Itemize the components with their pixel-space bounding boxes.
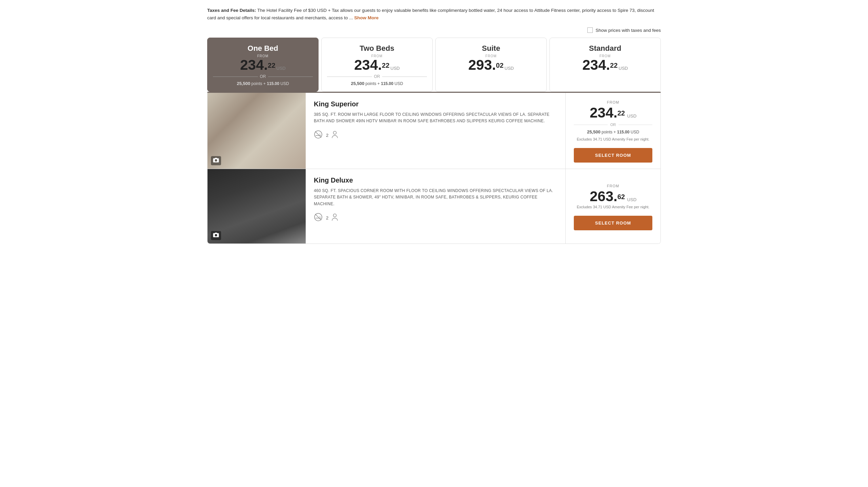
taxes-label: Taxes and Fee Details: <box>207 8 256 13</box>
camera-icon-badge[interactable] <box>211 231 221 240</box>
room-description: 385 SQ. FT. ROOM WITH LARGE FLOOR TO CEI… <box>314 111 557 124</box>
room-amenities: 2 <box>314 213 557 223</box>
room-type-tabs: One Bed FROM 234.22USD OR 25,500 points … <box>207 38 661 92</box>
svg-line-2 <box>320 134 320 134</box>
room-info: King Superior 385 SQ. FT. ROOM WITH LARG… <box>306 93 566 169</box>
svg-point-9 <box>333 214 337 217</box>
tab-title: Suite <box>441 44 541 53</box>
person-icon <box>332 131 338 140</box>
svg-line-8 <box>315 214 321 220</box>
no-smoking-icon <box>314 130 323 141</box>
tab-price: 234.22USD <box>327 58 427 72</box>
pricing-from-label: FROM <box>607 100 619 104</box>
room-price: 263.62 USD <box>590 189 636 204</box>
show-prices-label[interactable]: Show prices with taxes and fees <box>595 28 661 33</box>
show-more-link[interactable]: Show More <box>354 15 378 20</box>
no-smoking-icon <box>314 213 323 223</box>
room-name: King Superior <box>314 100 557 108</box>
room-image <box>208 169 306 244</box>
pricing-points: 25,500 points + 115.00 USD <box>587 129 639 134</box>
pricing-from-label: FROM <box>607 184 619 188</box>
room-pricing: FROM 263.62 USD Excludes 34.71 USD Ameni… <box>566 169 660 244</box>
person-icon <box>332 213 338 223</box>
tab-price: 234.22USD <box>213 58 313 72</box>
tab-title: Standard <box>555 44 655 53</box>
select-room-button[interactable]: SELECT ROOM <box>574 148 652 163</box>
svg-line-3 <box>315 131 321 137</box>
room-description: 460 SQ. FT. SPACIOUS CORNER ROOM WITH FL… <box>314 188 557 207</box>
svg-line-7 <box>320 216 320 217</box>
taxes-banner: Taxes and Fee Details: The Hotel Facilit… <box>207 7 661 21</box>
tab-price: 234.22USD <box>555 58 655 72</box>
tab-title: One Bed <box>213 44 313 53</box>
select-room-button[interactable]: SELECT ROOM <box>574 216 652 230</box>
room-tab-standard[interactable]: Standard FROM 234.22USD <box>549 38 661 92</box>
svg-point-4 <box>333 131 337 134</box>
room-pricing: FROM 234.22 USD OR 25,500 points + 115.0… <box>566 93 660 169</box>
or-row: OR <box>574 123 652 127</box>
rooms-container: King Superior 385 SQ. FT. ROOM WITH LARG… <box>207 92 661 244</box>
room-card-king-deluxe: King Deluxe 460 SQ. FT. SPACIOUS CORNER … <box>208 169 660 244</box>
prices-checkbox-row: Show prices with taxes and fees <box>207 27 661 33</box>
room-card-king-superior: King Superior 385 SQ. FT. ROOM WITH LARG… <box>208 93 660 169</box>
room-info: King Deluxe 460 SQ. FT. SPACIOUS CORNER … <box>306 169 566 244</box>
room-image-wrapper <box>208 169 306 244</box>
tab-price: 293.02USD <box>441 58 541 72</box>
room-price: 234.22 USD <box>590 106 636 120</box>
show-prices-checkbox[interactable] <box>587 27 593 33</box>
room-tab-two-beds[interactable]: Two Beds FROM 234.22USD OR 25,500 points… <box>321 38 433 92</box>
fee-note: Excludes 34.71 USD Amenity Fee per night… <box>577 205 650 209</box>
room-name: King Deluxe <box>314 176 557 184</box>
taxes-text: The Hotel Facility Fee of $30 USD + Tax … <box>207 8 654 20</box>
room-image-wrapper <box>208 93 306 169</box>
max-adults: 2 <box>326 215 328 220</box>
max-adults: 2 <box>326 133 328 138</box>
camera-icon-badge[interactable] <box>211 156 221 165</box>
tab-title: Two Beds <box>327 44 427 53</box>
room-image <box>208 93 306 169</box>
room-tab-one-bed[interactable]: One Bed FROM 234.22USD OR 25,500 points … <box>207 38 319 92</box>
room-tab-suite[interactable]: Suite FROM 293.02USD <box>435 38 547 92</box>
fee-note: Excludes 34.71 USD Amenity Fee per night… <box>577 137 650 141</box>
room-amenities: 2 <box>314 130 557 141</box>
